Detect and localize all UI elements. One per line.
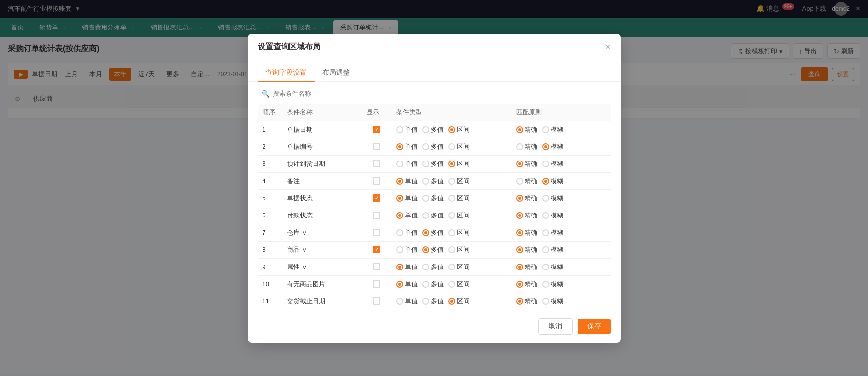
col-header-type: 条件类型 xyxy=(392,104,511,121)
row-match: 精确模糊 xyxy=(511,155,611,172)
row-type: 单值多值区间 xyxy=(392,138,511,155)
row-name: 单据状态 xyxy=(282,189,362,207)
row-name: 备注 xyxy=(282,172,362,189)
dialog-tab-query-fields[interactable]: 查询字段设置 xyxy=(258,64,315,82)
config-table-row: 6付款状态单值多值区间精确模糊 xyxy=(258,207,611,224)
row-show-checkbox[interactable] xyxy=(362,293,392,310)
row-name: 单据日期 xyxy=(282,121,362,138)
search-input[interactable] xyxy=(273,90,351,97)
row-show-checkbox[interactable] xyxy=(362,138,392,155)
row-show-checkbox[interactable] xyxy=(362,258,392,275)
col-header-order: 顺序 xyxy=(258,104,283,121)
row-type: 单值多值区间 xyxy=(392,275,511,293)
config-table-row: 2单据编号单值多值区间精确模糊 xyxy=(258,138,611,155)
row-type: 单值多值区间 xyxy=(392,172,511,189)
row-name: 仓库 ∨ xyxy=(282,224,362,241)
row-type: 单值多值区间 xyxy=(392,207,511,224)
config-table-row: 3预计到货日期单值多值区间精确模糊 xyxy=(258,155,611,172)
row-match: 精确模糊 xyxy=(511,224,611,241)
config-table-row: 8商品 ∨单值多值区间精确模糊 xyxy=(258,241,611,258)
row-show-checkbox[interactable] xyxy=(362,189,392,207)
row-name: 单据编号 xyxy=(282,138,362,155)
row-type: 单值多值区间 xyxy=(392,224,511,241)
col-header-match: 匹配原则 xyxy=(511,104,611,121)
row-name: 有无商品图片 xyxy=(282,275,362,293)
row-match: 精确模糊 xyxy=(511,241,611,258)
row-show-checkbox[interactable] xyxy=(362,155,392,172)
row-show-checkbox[interactable] xyxy=(362,224,392,241)
row-type: 单值多值区间 xyxy=(392,241,511,258)
dialog-tab-layout[interactable]: 布局调整 xyxy=(315,64,358,82)
row-order: 10 xyxy=(258,275,283,293)
config-table-row: 10有无商品图片单值多值区间精确模糊 xyxy=(258,275,611,293)
row-order: 9 xyxy=(258,258,283,275)
row-name: 付款状态 xyxy=(282,207,362,224)
row-name: 预计到货日期 xyxy=(282,155,362,172)
row-order: 2 xyxy=(258,138,283,155)
row-name: 商品 ∨ xyxy=(282,241,362,258)
dialog-tabs: 查询字段设置 布局调整 xyxy=(248,58,621,82)
row-show-checkbox[interactable] xyxy=(362,207,392,224)
row-match: 精确模糊 xyxy=(511,293,611,310)
row-match: 精确模糊 xyxy=(511,275,611,293)
row-match: 精确模糊 xyxy=(511,189,611,207)
dialog-header: 设置查询区域布局 × xyxy=(248,34,621,58)
row-order: 3 xyxy=(258,155,283,172)
row-type: 单值多值区间 xyxy=(392,189,511,207)
row-show-checkbox[interactable] xyxy=(362,241,392,258)
row-name: 属性 ∨ xyxy=(282,258,362,275)
row-show-checkbox[interactable] xyxy=(362,275,392,293)
row-match: 精确模糊 xyxy=(511,172,611,189)
search-input-wrap: 🔍 xyxy=(258,88,356,100)
row-show-checkbox[interactable] xyxy=(362,121,392,138)
row-order: 6 xyxy=(258,207,283,224)
row-name: 交货截止日期 xyxy=(282,293,362,310)
config-table: 顺序 条件名称 显示 条件类型 匹配原则 1单据日期单值多值区间精确模糊2单据编… xyxy=(258,104,611,310)
row-type: 单值多值区间 xyxy=(392,121,511,138)
config-table-row: 7仓库 ∨单值多值区间精确模糊 xyxy=(258,224,611,241)
row-type: 单值多值区间 xyxy=(392,293,511,310)
row-match: 精确模糊 xyxy=(511,138,611,155)
row-order: 11 xyxy=(258,293,283,310)
search-icon: 🔍 xyxy=(262,90,270,98)
config-table-row: 1单据日期单值多值区间精确模糊 xyxy=(258,121,611,138)
col-header-name: 条件名称 xyxy=(282,104,362,121)
dialog-search-area: 🔍 xyxy=(248,82,621,104)
row-type: 单值多值区间 xyxy=(392,155,511,172)
settings-dialog: 设置查询区域布局 × 查询字段设置 布局调整 🔍 顺序 xyxy=(248,34,621,343)
cancel-btn[interactable]: 取消 xyxy=(538,318,573,335)
row-order: 1 xyxy=(258,121,283,138)
save-btn[interactable]: 保存 xyxy=(578,319,611,334)
dialog-overlay: 设置查询区域布局 × 查询字段设置 布局调整 🔍 顺序 xyxy=(0,0,868,374)
row-order: 5 xyxy=(258,189,283,207)
row-type: 单值多值区间 xyxy=(392,258,511,275)
row-match: 精确模糊 xyxy=(511,121,611,138)
row-order: 8 xyxy=(258,241,283,258)
dialog-footer: 取消 保存 xyxy=(248,310,621,343)
config-table-row: 9属性 ∨单值多值区间精确模糊 xyxy=(258,258,611,275)
dialog-body: 顺序 条件名称 显示 条件类型 匹配原则 1单据日期单值多值区间精确模糊2单据编… xyxy=(248,104,621,310)
config-table-row: 11交货截止日期单值多值区间精确模糊 xyxy=(258,293,611,310)
dialog-title: 设置查询区域布局 xyxy=(258,42,320,52)
config-table-row: 4备注单值多值区间精确模糊 xyxy=(258,172,611,189)
row-match: 精确模糊 xyxy=(511,207,611,224)
row-order: 7 xyxy=(258,224,283,241)
dialog-close-btn[interactable]: × xyxy=(605,42,611,52)
row-order: 4 xyxy=(258,172,283,189)
row-match: 精确模糊 xyxy=(511,258,611,275)
col-header-show: 显示 xyxy=(362,104,392,121)
config-table-row: 5单据状态单值多值区间精确模糊 xyxy=(258,189,611,207)
row-show-checkbox[interactable] xyxy=(362,172,392,189)
